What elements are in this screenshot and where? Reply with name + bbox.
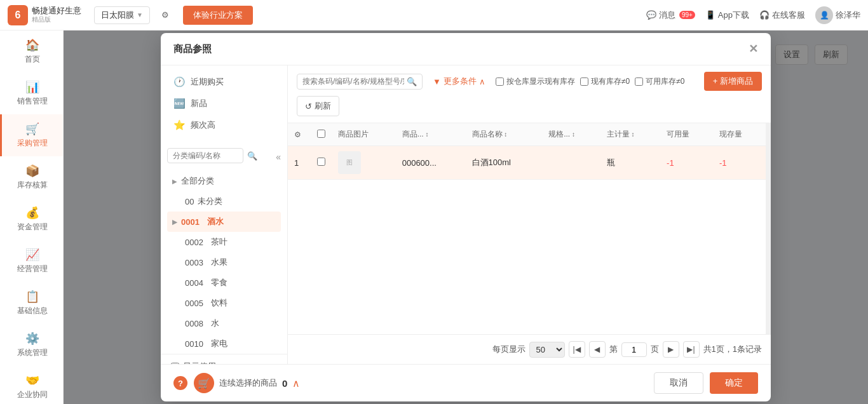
category-liquor[interactable]: ▶ 0001 酒水 [167, 212, 281, 232]
page-input[interactable] [621, 342, 647, 357]
refresh-button[interactable]: ↺ 刷新 [297, 96, 339, 116]
cell-name: 白酒100ml [466, 146, 543, 180]
select-all-checkbox[interactable] [317, 130, 325, 138]
app-download-nav-item[interactable]: 📱 App下载 [705, 10, 749, 21]
enterprise-icon: 🤝 [25, 374, 39, 387]
message-badge: 99+ [679, 11, 695, 19]
more-filter-button[interactable]: ▼ 更多条件 ∧ [428, 73, 491, 90]
purchase-icon: 🛒 [25, 122, 39, 136]
search-input[interactable] [302, 77, 404, 86]
chevron-up-icon: ∧ [479, 77, 485, 86]
cell-code: 000600... [396, 146, 466, 180]
trial-button[interactable]: 体验行业方案 [183, 6, 253, 25]
settings-icon[interactable]: ⚙ [155, 5, 175, 25]
nav-selector[interactable]: 日太阳膜 ▼ [94, 6, 150, 24]
sidebar-item-sales[interactable]: 📊 销售管理 [0, 72, 63, 114]
sidebar-item-inventory[interactable]: 📦 库存核算 [0, 156, 63, 198]
col-code[interactable]: 商品... [396, 123, 466, 146]
category-fruit[interactable]: 0003 水果 [167, 252, 281, 273]
message-nav-item[interactable]: 💬 消息 99+ [646, 10, 695, 21]
first-page-button[interactable]: |◀ [569, 341, 585, 358]
cell-image: 图 [332, 146, 396, 180]
dialog-title: 商品参照 [173, 43, 212, 55]
search-icon[interactable]: 🔍 [407, 77, 417, 86]
page-size-select[interactable]: 50 100 200 [529, 342, 565, 358]
table-row[interactable]: 1 图 000600... 白 [288, 146, 766, 180]
sidebar-item-enterprise[interactable]: 🤝 企业协同 [0, 366, 63, 404]
current-stock-checkbox-label[interactable]: 现有库存≠0 [580, 76, 630, 87]
warehouse-stock-checkbox-label[interactable]: 按仓库显示现有库存 [496, 76, 575, 87]
sidebar-item-purchase[interactable]: 🛒 采购管理 [0, 114, 63, 156]
dialog-body: 🕐 近期购买 🆕 新品 ⭐ 频次高 [161, 65, 771, 364]
last-page-button[interactable]: ▶| [683, 341, 700, 358]
message-icon: 💬 [646, 10, 656, 20]
close-icon[interactable]: ✕ [749, 42, 758, 56]
sidebar-label: 经营管理 [17, 264, 48, 274]
page-size-label: 每页显示 [492, 344, 526, 355]
col-name[interactable]: 商品名称 [466, 123, 543, 146]
warehouse-stock-checkbox[interactable] [496, 77, 504, 86]
table-wrap: ⚙ 商品图片 商品... 商品名称 规格... 主计量 可用量 [288, 123, 771, 334]
sidebar-label: 企业协同 [17, 389, 48, 400]
quick-filters: 🕐 近期购买 🆕 新品 ⭐ 频次高 [161, 72, 287, 135]
add-product-button[interactable]: + 新增商品 [704, 72, 762, 91]
show-disabled-toggle[interactable]: 显示停用 [161, 354, 287, 364]
category-tea[interactable]: 0002 茶叶 [167, 232, 281, 252]
cancel-button[interactable]: 取消 [654, 372, 703, 394]
category-water[interactable]: 0008 水 [167, 313, 281, 333]
cell-checkbox [311, 146, 332, 180]
category-uncategorized[interactable]: 00 未分类 [167, 191, 281, 212]
basic-info-icon: 📋 [25, 290, 39, 304]
new-product-item[interactable]: 🆕 新品 [167, 93, 281, 114]
col-available: 可用量 [660, 123, 713, 146]
col-spec[interactable]: 规格... [542, 123, 600, 146]
search-box: 🔍 [297, 74, 423, 90]
sidebar-item-basic-info[interactable]: 📋 基础信息 [0, 282, 63, 324]
expand-icon: ▶ [172, 178, 177, 185]
top-nav: 6 畅捷通好生意 精品版 日太阳膜 ▼ ⚙ 体验行业方案 💬 消息 99+ 📱 … [0, 0, 868, 30]
col-unit[interactable]: 主计量 [600, 123, 660, 146]
available-stock-checkbox-label[interactable]: 可用库存≠0 [635, 76, 684, 87]
col-settings[interactable]: ⚙ [288, 123, 311, 146]
system-icon: ⚙️ [25, 332, 39, 346]
finance-icon: 💰 [25, 206, 39, 220]
next-page-button[interactable]: ▶ [663, 341, 679, 358]
headset-icon: 🎧 [759, 10, 770, 20]
logo-area: 6 畅捷通好生意 精品版 [8, 5, 81, 25]
cell-spec [542, 146, 600, 180]
sidebar-item-finance[interactable]: 💰 资金管理 [0, 198, 63, 240]
category-all[interactable]: ▶ 全部分类 [167, 171, 281, 191]
collapse-icon[interactable]: ∧ [292, 377, 300, 389]
mobile-icon: 📱 [705, 10, 715, 20]
cart-count: 0 [282, 378, 287, 389]
clock-icon: 🕐 [173, 76, 186, 88]
search-icon[interactable]: 🔍 [247, 151, 257, 161]
sidebar-item-system[interactable]: ⚙️ 系统管理 [0, 324, 63, 366]
sidebar-label: 采购管理 [17, 138, 48, 149]
collapse-panel-icon[interactable]: « [276, 152, 281, 162]
high-frequency-item[interactable]: ⭐ 频次高 [167, 115, 281, 135]
cart-label: 连续选择的商品 [219, 377, 277, 389]
sidebar-label: 销售管理 [17, 96, 48, 107]
current-stock-checkbox[interactable] [580, 77, 588, 86]
row-checkbox[interactable] [317, 158, 325, 166]
sidebar-item-operations[interactable]: 📈 经营管理 [0, 240, 63, 282]
category-appliance[interactable]: 0010 家电 [167, 333, 281, 354]
category-snacks[interactable]: 0004 零食 [167, 273, 281, 293]
user-nav-item[interactable]: 👤 徐泽华 [815, 6, 860, 24]
available-stock-checkbox[interactable] [635, 77, 643, 86]
page-label: 第 [609, 344, 618, 355]
help-icon[interactable]: ? [173, 376, 187, 390]
cell-available: -1 [660, 146, 713, 180]
recent-purchase-item[interactable]: 🕐 近期购买 [167, 72, 281, 92]
dialog-footer: ? 🛒 连续选择的商品 0 ∧ 取消 确定 [161, 364, 771, 401]
sidebar-item-home[interactable]: 🏠 首页 [0, 30, 63, 72]
confirm-button[interactable]: 确定 [710, 372, 758, 394]
service-nav-item[interactable]: 🎧 在线客服 [759, 10, 805, 21]
modal-overlay: 商品参照 ✕ 🕐 近期购买 🆕 [64, 30, 868, 404]
category-drinks[interactable]: 0005 饮料 [167, 293, 281, 313]
cart-icon[interactable]: 🛒 [194, 373, 214, 393]
scrollbar[interactable] [766, 123, 771, 334]
prev-page-button[interactable]: ◀ [589, 341, 606, 358]
category-search-input[interactable] [167, 148, 243, 163]
